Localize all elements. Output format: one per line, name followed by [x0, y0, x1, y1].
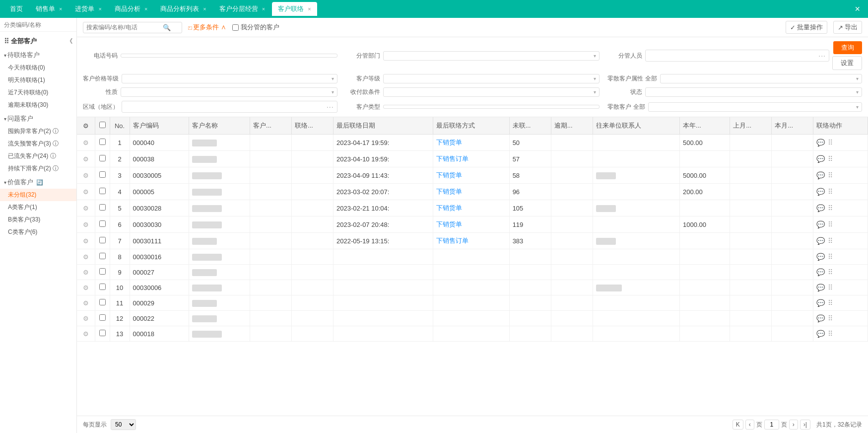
customer-type-input[interactable] — [383, 105, 600, 109]
person-input[interactable]: ··· — [645, 50, 829, 62]
nav-tab-customer-contact[interactable]: 客户联络 × — [272, 2, 317, 16]
action-chat-icon[interactable]: 💬 — [816, 284, 825, 291]
nav-tab-customer-mgr[interactable]: 客户分层经营 × — [213, 2, 271, 16]
action-grid-icon[interactable]: ⠿ — [828, 299, 833, 307]
last-method-link[interactable]: 下销货单 — [436, 204, 462, 212]
cell-settings[interactable]: ⚙ — [77, 295, 95, 311]
select-all-checkbox[interactable] — [99, 122, 106, 128]
page-number-input[interactable] — [764, 420, 779, 430]
value-section-header[interactable]: ▾ 价值客户 🔄 — [0, 176, 76, 189]
action-chat-icon[interactable]: 💬 — [816, 268, 825, 276]
cell-settings[interactable]: ⚙ — [77, 280, 95, 295]
sidebar-item-lost[interactable]: 已流失客户(24) ⓘ — [0, 150, 76, 162]
cell-settings[interactable]: ⚙ — [77, 151, 95, 167]
sales-close[interactable]: × — [59, 6, 62, 12]
batch-operation-button[interactable]: ✓ 批量操作 — [786, 21, 827, 34]
goods-analysis-close[interactable]: × — [144, 6, 147, 12]
row-checkbox[interactable] — [99, 188, 106, 194]
nav-tab-goods-list[interactable]: 商品分析列表 × — [154, 2, 212, 16]
retail-attr-select[interactable]: ▾ — [660, 74, 862, 83]
problem-section-header[interactable]: ▾ 问题客户 — [0, 112, 76, 125]
sidebar-item-overdue-pending[interactable]: 逾期未联络(30) — [0, 99, 76, 111]
price-level-select[interactable]: ▾ — [122, 74, 337, 83]
last-method-link[interactable]: 下销售订单 — [436, 155, 468, 162]
cell-settings[interactable]: ⚙ — [77, 249, 95, 265]
action-chat-icon[interactable]: 💬 — [816, 330, 825, 338]
cell-settings[interactable]: ⚙ — [77, 184, 95, 200]
action-grid-icon[interactable]: ⠿ — [828, 314, 833, 322]
window-close-button[interactable]: × — [851, 4, 864, 14]
sidebar-item-ungrouped[interactable]: 未分组(32) — [0, 189, 76, 201]
th-settings[interactable]: ⚙ — [77, 117, 95, 135]
row-checkbox[interactable] — [99, 171, 106, 178]
goods-list-close[interactable]: × — [203, 6, 206, 12]
action-chat-icon[interactable]: 💬 — [816, 204, 825, 212]
nav-tab-purchase[interactable]: 进货单 × — [69, 2, 107, 16]
cell-settings[interactable]: ⚙ — [77, 265, 95, 280]
reset-button[interactable]: 设置 — [832, 56, 862, 70]
export-button[interactable]: ↗ 导出 — [833, 21, 862, 34]
row-checkbox[interactable] — [99, 139, 106, 145]
row-checkbox[interactable] — [99, 299, 106, 305]
last-page-button[interactable]: ›| — [800, 420, 810, 430]
action-grid-icon[interactable]: ⠿ — [828, 204, 833, 212]
action-grid-icon[interactable]: ⠿ — [828, 330, 833, 338]
row-checkbox[interactable] — [99, 220, 106, 227]
sidebar-item-today-pending[interactable]: 今天待联络(0) — [0, 62, 76, 74]
nature-select[interactable]: ▾ — [121, 87, 337, 97]
first-page-button[interactable]: K — [733, 420, 743, 430]
cell-settings[interactable]: ⚙ — [77, 135, 95, 151]
dept-select[interactable]: ▾ — [383, 51, 600, 61]
retail-customer-select[interactable]: ▾ — [648, 102, 862, 112]
pending-section-header[interactable]: ▾ 待联络客户 — [0, 49, 76, 62]
sidebar-item-week-pending[interactable]: 近7天待联络(0) — [0, 86, 76, 99]
sidebar-item-abnormal[interactable]: 囤购异常客户(2) ⓘ — [0, 125, 76, 138]
cell-settings[interactable]: ⚙ — [77, 233, 95, 249]
row-checkbox[interactable] — [99, 237, 106, 243]
status-select[interactable]: ▾ — [645, 87, 862, 97]
action-grid-icon[interactable]: ⠿ — [828, 171, 833, 179]
action-grid-icon[interactable]: ⠿ — [828, 188, 833, 196]
action-grid-icon[interactable]: ⠿ — [828, 220, 833, 228]
next-page-button[interactable]: › — [789, 420, 798, 430]
action-grid-icon[interactable]: ⠿ — [828, 155, 833, 163]
action-chat-icon[interactable]: 💬 — [816, 253, 825, 261]
action-chat-icon[interactable]: 💬 — [816, 299, 825, 307]
action-chat-icon[interactable]: 💬 — [816, 155, 825, 163]
nav-tab-home[interactable]: 首页 — [4, 2, 29, 16]
sidebar-item-declining[interactable]: 持续下滑客户(2) ⓘ — [0, 162, 76, 175]
last-method-link[interactable]: 下销货单 — [436, 139, 462, 146]
action-grid-icon[interactable]: ⠿ — [828, 237, 833, 245]
cell-settings[interactable]: ⚙ — [77, 200, 95, 216]
row-checkbox[interactable] — [99, 155, 106, 161]
purchase-close[interactable]: × — [98, 6, 101, 12]
prev-page-button[interactable]: ‹ — [745, 420, 754, 430]
sidebar-item-class-b[interactable]: B类客户(33) — [0, 214, 76, 226]
page-size-select[interactable]: 50 100 200 — [111, 419, 136, 430]
nav-tab-goods-analysis[interactable]: 商品分析 × — [109, 2, 153, 16]
filter-more-btn[interactable]: ⏍ 更多条件 ∧ — [188, 23, 226, 32]
action-grid-icon[interactable]: ⠿ — [828, 253, 833, 261]
sidebar-collapse-button[interactable]: 《 — [67, 37, 72, 46]
sidebar-item-loss-warning[interactable]: 流失预警客户(3) ⓘ — [0, 138, 76, 150]
row-checkbox[interactable] — [99, 204, 106, 211]
row-checkbox[interactable] — [99, 284, 106, 290]
customer-mgr-close[interactable]: × — [262, 6, 265, 12]
last-method-link[interactable]: 下销货单 — [436, 188, 462, 195]
action-chat-icon[interactable]: 💬 — [816, 171, 825, 179]
cell-settings[interactable]: ⚙ — [77, 311, 95, 326]
action-chat-icon[interactable]: 💬 — [816, 220, 825, 228]
tree-root-all-customers[interactable]: ⠿ 全部客户 《 — [0, 34, 76, 49]
action-grid-icon[interactable]: ⠿ — [828, 139, 833, 146]
row-checkbox[interactable] — [99, 314, 106, 321]
cell-settings[interactable]: ⚙ — [77, 216, 95, 233]
sidebar-search-input[interactable] — [4, 21, 77, 28]
action-chat-icon[interactable]: 💬 — [816, 188, 825, 196]
sidebar-item-tomorrow-pending[interactable]: 明天待联络(1) — [0, 74, 76, 86]
phone-input[interactable] — [121, 54, 337, 58]
action-grid-icon[interactable]: ⠿ — [828, 284, 833, 291]
payment-select[interactable]: ▾ — [383, 87, 600, 97]
row-checkbox[interactable] — [99, 253, 106, 259]
nav-tab-sales[interactable]: 销售单 × — [30, 2, 68, 16]
filter-search-icon[interactable]: 🔍 — [163, 24, 171, 31]
